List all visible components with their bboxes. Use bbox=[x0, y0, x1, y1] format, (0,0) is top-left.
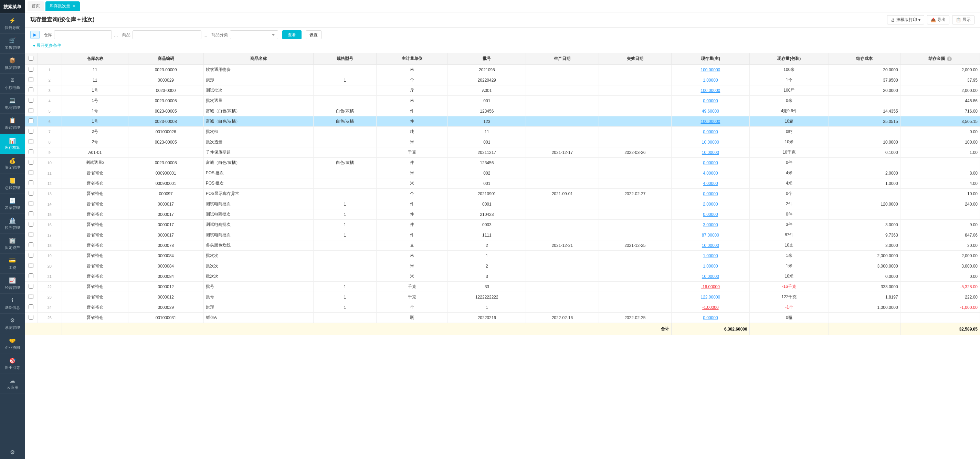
row-checkbox-4[interactable] bbox=[29, 108, 33, 113]
table-row[interactable]: 17 晋省裕仓 0000017 测试电商批次 1 件 1111 87.00000… bbox=[25, 230, 980, 240]
row-qty-main[interactable]: 10.00000 bbox=[671, 137, 750, 147]
sidebar-item-12[interactable]: 💳 工资 bbox=[0, 254, 25, 274]
table-row[interactable]: 5 1号 0023-00005 富诚（白色/灰橘） 白色/灰橘 件 123456… bbox=[25, 106, 980, 116]
row-checkbox-10[interactable] bbox=[29, 170, 33, 175]
warehouse-input[interactable] bbox=[54, 30, 112, 39]
total-cost-info-icon[interactable]: i bbox=[947, 56, 952, 61]
row-qty-main[interactable]: 1.00000 bbox=[671, 75, 750, 85]
row-qty-main[interactable]: 0.00000 bbox=[671, 189, 750, 199]
row-checkbox-0[interactable] bbox=[29, 67, 33, 72]
table-row[interactable]: 19 晋省裕仓 0000084 批次次 米 1 1.00000 1米 2,000… bbox=[25, 251, 980, 261]
row-qty-main[interactable]: 1.00000 bbox=[671, 251, 750, 261]
sidebar-item-17[interactable]: 🎯 新手引导 bbox=[0, 354, 25, 374]
table-row[interactable]: 25 晋省裕仓 001000031 鲜仨A 瓶 20220216 2022-02… bbox=[25, 312, 980, 324]
table-row[interactable]: 15 晋省裕仓 0000017 测试电商批次 1 件 210423 0.0000… bbox=[25, 209, 980, 220]
row-checkbox-24[interactable] bbox=[29, 315, 33, 320]
row-checkbox-6[interactable] bbox=[29, 129, 33, 134]
table-row[interactable]: 2 11 0000029 旗形 1 个 20220429 1.00000 1个 … bbox=[25, 75, 980, 85]
table-row[interactable]: 18 晋省裕仓 0000078 多头黑色炊线 支 2 2021-12-21 20… bbox=[25, 240, 980, 251]
sidebar-item-9[interactable]: 🧾 发票管理 bbox=[0, 194, 25, 214]
table-row[interactable]: 23 晋省裕仓 0000012 批号 1 千克 1222222222 122.0… bbox=[25, 292, 980, 302]
table-row[interactable]: 20 晋省裕仓 0000084 批次次 米 2 1.00000 1米 3,000… bbox=[25, 261, 980, 271]
sidebar-item-7[interactable]: 💰 资金管理 bbox=[0, 154, 25, 174]
sidebar-item-0[interactable]: ⚡ 快捷导航 bbox=[0, 14, 25, 34]
product-input[interactable] bbox=[132, 30, 201, 39]
row-checkbox-12[interactable] bbox=[29, 191, 33, 196]
settings-icon[interactable]: ⚙ bbox=[0, 446, 25, 459]
export-button[interactable]: 📤 导出 bbox=[927, 15, 949, 24]
table-settings-button[interactable]: 设置 bbox=[305, 30, 321, 39]
sidebar-item-16[interactable]: 🤝 企业协同 bbox=[0, 334, 25, 354]
row-checkbox-1[interactable] bbox=[29, 77, 33, 82]
sidebar-item-3[interactable]: 🖥 小额电商 bbox=[0, 74, 25, 94]
row-checkbox-20[interactable] bbox=[29, 273, 33, 278]
table-row[interactable]: 21 晋省裕仓 0000084 批次次 米 3 10.00000 10米 0.0… bbox=[25, 271, 980, 282]
table-area[interactable]: 仓库名称 商品编码 商品名称 规格型号 主计量单位 批号 生产日期 失效日期 现… bbox=[25, 53, 980, 459]
row-qty-main[interactable]: 2.00000 bbox=[671, 199, 750, 209]
row-qty-main[interactable]: 0.00000 bbox=[671, 96, 750, 106]
sidebar-item-11[interactable]: 🏢 固定资产 bbox=[0, 234, 25, 254]
table-row[interactable]: 3 1号 0023-0000 测试批次 斤 A001 100.00000 100… bbox=[25, 85, 980, 96]
row-qty-main[interactable]: -1.00000 bbox=[671, 302, 750, 312]
table-row[interactable]: 1 11 0023-00009 软饮通用物资 米 2021098 100.000… bbox=[25, 65, 980, 75]
row-qty-main[interactable]: 49.60000 bbox=[671, 106, 750, 116]
row-qty-main[interactable]: -16.00000 bbox=[671, 282, 750, 292]
sidebar-item-6[interactable]: 📊 库存核算 bbox=[0, 134, 25, 154]
display-button[interactable]: 📋 展示 bbox=[952, 15, 975, 24]
row-qty-main[interactable]: 0.00000 bbox=[671, 209, 750, 220]
warehouse-dots[interactable]: ... bbox=[114, 32, 118, 38]
table-row[interactable]: 10 测试透量2 0023-00008 富诚（白色/灰橘） 白色/灰橘 件 12… bbox=[25, 158, 980, 168]
row-qty-main[interactable]: 87.00000 bbox=[671, 230, 750, 240]
row-checkbox-3[interactable] bbox=[29, 98, 33, 103]
row-qty-main[interactable]: 10.00000 bbox=[671, 147, 750, 158]
sidebar-item-2[interactable]: 📦 批发管理 bbox=[0, 54, 25, 74]
row-checkbox-5[interactable] bbox=[29, 118, 33, 123]
sidebar-item-10[interactable]: 🏦 税务管理 bbox=[0, 214, 25, 234]
table-row[interactable]: 22 晋省裕仓 0000012 批号 1 千克 33 -16.00000 -16… bbox=[25, 282, 980, 292]
sidebar-item-18[interactable]: ☁ 云应用 bbox=[0, 374, 25, 394]
row-checkbox-11[interactable] bbox=[29, 180, 33, 185]
sidebar-item-15[interactable]: ⚙ 系统管理 bbox=[0, 314, 25, 334]
row-checkbox-22[interactable] bbox=[29, 294, 33, 299]
row-checkbox-14[interactable] bbox=[29, 212, 33, 216]
row-qty-main[interactable]: 10.00000 bbox=[671, 271, 750, 282]
row-checkbox-17[interactable] bbox=[29, 242, 33, 247]
tab-close-icon[interactable]: ✕ bbox=[72, 4, 76, 8]
table-row[interactable]: 4 1号 0023-00005 批次透量 米 001 0.00000 0米 44… bbox=[25, 96, 980, 106]
sidebar-item-5[interactable]: 📋 采购管理 bbox=[0, 114, 25, 134]
print-button[interactable]: 🖨 按模版打印 ▾ bbox=[887, 15, 924, 24]
row-qty-main[interactable]: 4.00000 bbox=[671, 178, 750, 189]
tab-inventory[interactable]: 库存批次量 ✕ bbox=[45, 2, 80, 11]
table-row[interactable]: 11 晋省裕仓 000900001 POS 批次 米 002 4.00000 4… bbox=[25, 168, 980, 178]
product-dots[interactable]: ... bbox=[204, 32, 208, 38]
category-select[interactable] bbox=[230, 30, 278, 39]
row-qty-main[interactable]: 0.00000 bbox=[671, 158, 750, 168]
row-qty-main[interactable]: 0.00000 bbox=[671, 127, 750, 137]
row-checkbox-23[interactable] bbox=[29, 304, 33, 309]
row-qty-main[interactable]: 10.00000 bbox=[671, 240, 750, 251]
table-row[interactable]: 12 晋省裕仓 000900001 POS 批次 米 001 4.00000 4… bbox=[25, 178, 980, 189]
tab-home[interactable]: 首页 bbox=[27, 2, 44, 11]
row-checkbox-16[interactable] bbox=[29, 232, 33, 237]
row-qty-main[interactable]: 100.00000 bbox=[671, 65, 750, 75]
table-row[interactable]: 9 A01-01 子件保质期超 千克 20211217 2021-12-17 2… bbox=[25, 147, 980, 158]
row-qty-main[interactable]: 3.00000 bbox=[671, 220, 750, 230]
sidebar-item-8[interactable]: 📒 总账管理 bbox=[0, 174, 25, 194]
row-qty-main[interactable]: 100.00000 bbox=[671, 85, 750, 96]
expand-conditions-button[interactable]: ▾ 展开更多条件 bbox=[30, 41, 975, 50]
table-row[interactable]: 24 晋省裕仓 0000029 旗形 1 个 1 -1.00000 -1个 1,… bbox=[25, 302, 980, 312]
row-checkbox-7[interactable] bbox=[29, 139, 33, 144]
row-checkbox-9[interactable] bbox=[29, 160, 33, 164]
row-checkbox-8[interactable] bbox=[29, 150, 33, 154]
table-row[interactable]: 16 晋省裕仓 0000017 测试电商批次 1 件 0003 3.00000 … bbox=[25, 220, 980, 230]
row-qty-main[interactable]: 0.00000 bbox=[671, 312, 750, 324]
row-qty-main[interactable]: 100.00000 bbox=[671, 116, 750, 127]
table-row[interactable]: 14 晋省裕仓 0000017 测试电商批次 1 件 0001 2.00000 … bbox=[25, 199, 980, 209]
table-row[interactable]: 6 1号 0023-00008 富诚（白色/灰橘） 白色/灰橘 件 123 10… bbox=[25, 116, 980, 127]
table-row[interactable]: 8 2号 0023-00005 批次透量 米 001 10.00000 10米 … bbox=[25, 137, 980, 147]
sidebar-logo[interactable]: 搜索菜单 bbox=[0, 0, 25, 14]
row-checkbox-2[interactable] bbox=[29, 88, 33, 92]
row-checkbox-21[interactable] bbox=[29, 284, 33, 288]
row-qty-main[interactable]: 4.00000 bbox=[671, 168, 750, 178]
sidebar-item-4[interactable]: 💻 电商管理 bbox=[0, 94, 25, 114]
